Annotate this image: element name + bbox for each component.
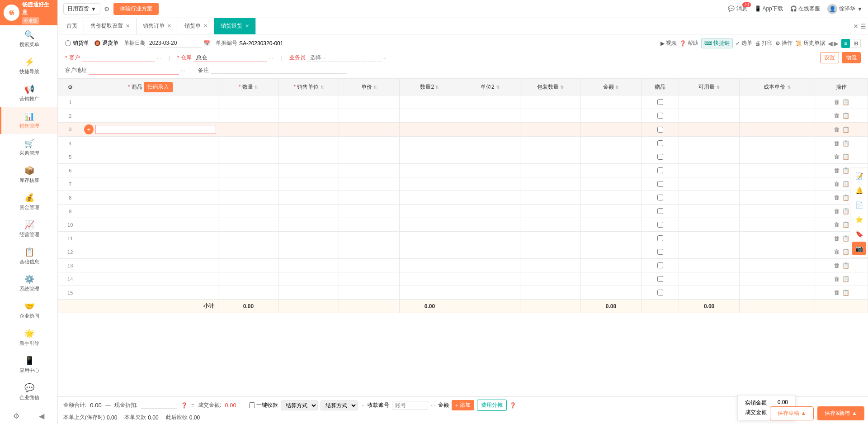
- tab-return-close[interactable]: ✕: [245, 23, 249, 29]
- unit2-cell[interactable]: [460, 95, 520, 109]
- customer-dots[interactable]: ···: [157, 55, 161, 61]
- view-btn-grid[interactable]: ⊞: [851, 39, 861, 48]
- cost-cell[interactable]: [739, 109, 815, 123]
- amount-cell[interactable]: [581, 150, 642, 164]
- copy-icon[interactable]: 📋: [842, 221, 849, 228]
- unit2-cell[interactable]: [460, 232, 520, 245]
- cost-sort-icon[interactable]: ⇅: [787, 85, 791, 90]
- unit-cell[interactable]: [278, 109, 339, 123]
- sidebar-item-operations[interactable]: 📈 经营管理: [0, 215, 57, 243]
- fri-note[interactable]: 📝: [852, 169, 866, 183]
- unit-cell[interactable]: [278, 150, 339, 164]
- copy-icon[interactable]: 📋: [842, 194, 849, 201]
- radio-sales-input[interactable]: [65, 40, 71, 46]
- tab-sales-order-close[interactable]: ✕: [167, 23, 171, 29]
- qty2-cell[interactable]: [400, 109, 460, 123]
- amount-cell[interactable]: [581, 272, 642, 286]
- gift-cell[interactable]: [641, 259, 679, 272]
- pkg-cell[interactable]: [520, 259, 581, 272]
- unit2-cell[interactable]: [460, 286, 520, 300]
- copy-icon[interactable]: 📋: [842, 208, 849, 214]
- product-cell[interactable]: [82, 205, 218, 218]
- gift-cell[interactable]: [641, 137, 679, 150]
- unit-cell[interactable]: [278, 95, 339, 109]
- tab-sales-bill[interactable]: 销货单 ✕: [178, 18, 214, 34]
- remark-input[interactable]: [211, 67, 346, 74]
- product-cell[interactable]: [82, 164, 218, 177]
- tab-menu-icon[interactable]: ☰: [860, 23, 866, 30]
- pkg-cell[interactable]: [520, 205, 581, 218]
- cost-cell[interactable]: [739, 191, 815, 205]
- price-cell[interactable]: [339, 191, 400, 205]
- qty-cell[interactable]: [218, 286, 279, 300]
- product-cell[interactable]: [82, 191, 218, 205]
- amount-cell[interactable]: [581, 191, 642, 205]
- cost-cell[interactable]: [739, 95, 815, 109]
- amount-dots[interactable]: ···: [431, 402, 435, 409]
- gift-checkbox[interactable]: [657, 249, 663, 255]
- cost-cell[interactable]: [739, 177, 815, 191]
- qty2-cell[interactable]: [400, 164, 460, 177]
- qty2-cell[interactable]: [400, 137, 460, 150]
- copy-icon[interactable]: 📋: [842, 140, 849, 147]
- gift-checkbox[interactable]: [657, 113, 663, 119]
- add-row-btn[interactable]: +: [84, 124, 93, 134]
- product-cell[interactable]: [82, 177, 218, 191]
- product-cell[interactable]: [82, 150, 218, 164]
- delete-icon[interactable]: 🗑: [834, 248, 840, 255]
- gift-cell[interactable]: [641, 164, 679, 177]
- cost-cell[interactable]: [739, 218, 815, 232]
- avail-cell[interactable]: [679, 218, 740, 232]
- unit2-cell[interactable]: [460, 191, 520, 205]
- unit-cell[interactable]: [278, 272, 339, 286]
- avail-cell[interactable]: [679, 205, 740, 218]
- avail-cell[interactable]: [679, 109, 740, 123]
- unit-cell[interactable]: [278, 205, 339, 218]
- pkg-cell[interactable]: [520, 245, 581, 259]
- amount-cell[interactable]: [581, 137, 642, 150]
- address-input[interactable]: [89, 66, 179, 75]
- cost-cell[interactable]: [739, 232, 815, 245]
- delete-icon[interactable]: 🗑: [834, 181, 840, 187]
- copy-icon[interactable]: 📋: [842, 262, 849, 269]
- col-gear-header[interactable]: ⚙: [58, 79, 82, 95]
- unit2-cell[interactable]: [460, 205, 520, 218]
- payment-checkbox-label[interactable]: 一键收款: [249, 401, 278, 409]
- gift-cell[interactable]: [641, 150, 679, 164]
- qty2-cell[interactable]: [400, 245, 460, 259]
- gift-checkbox[interactable]: [657, 222, 663, 228]
- cost-cell[interactable]: [739, 245, 815, 259]
- view-btn-list[interactable]: ≡: [841, 39, 850, 48]
- select-btn[interactable]: ✓ 选单: [736, 39, 752, 47]
- copy-icon[interactable]: 📋: [842, 235, 849, 242]
- qty-cell[interactable]: [218, 123, 279, 137]
- pkg-cell[interactable]: [520, 137, 581, 150]
- copy-icon[interactable]: 📋: [842, 289, 849, 296]
- gift-checkbox[interactable]: [657, 140, 663, 146]
- sidebar-item-finance[interactable]: 💰 资金管理: [0, 188, 57, 215]
- gift-cell[interactable]: [641, 218, 679, 232]
- pkg-cell[interactable]: [520, 177, 581, 191]
- product-cell[interactable]: [82, 109, 218, 123]
- qty-cell[interactable]: [218, 272, 279, 286]
- qty-cell[interactable]: [218, 95, 279, 109]
- qty-cell[interactable]: [218, 177, 279, 191]
- gift-cell[interactable]: [641, 286, 679, 300]
- qty2-cell[interactable]: [400, 218, 460, 232]
- product-cell[interactable]: [82, 232, 218, 245]
- pkg-cell[interactable]: [520, 272, 581, 286]
- copy-icon[interactable]: 📋: [842, 181, 849, 187]
- sidebar-item-newguide[interactable]: 🌟 新手引导: [0, 324, 57, 351]
- unit2-cell[interactable]: [460, 150, 520, 164]
- avail-cell[interactable]: [679, 137, 740, 150]
- sidebar-item-wechat[interactable]: 💬 企业微信: [0, 378, 57, 405]
- amount-cell[interactable]: [581, 245, 642, 259]
- cost-cell[interactable]: [739, 272, 815, 286]
- amount-cell[interactable]: [581, 286, 642, 300]
- payment-method-select[interactable]: 结算方式: [281, 400, 318, 410]
- account-dots[interactable]: ···: [360, 402, 365, 409]
- qty-cell[interactable]: [218, 109, 279, 123]
- price-cell[interactable]: [339, 150, 400, 164]
- cost-cell[interactable]: [739, 286, 815, 300]
- qty2-cell[interactable]: [400, 123, 460, 137]
